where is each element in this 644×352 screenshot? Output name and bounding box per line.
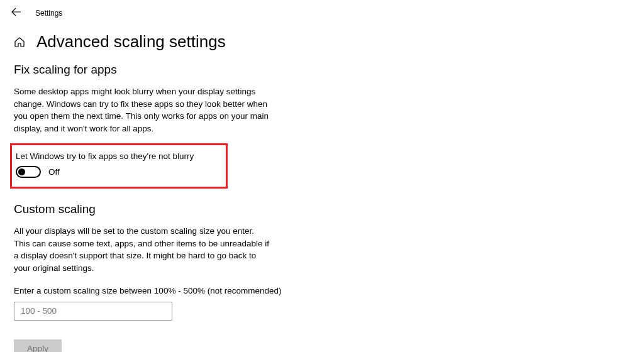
custom-scaling-input[interactable]: [14, 302, 172, 321]
custom-scaling-input-label: Enter a custom scaling size between 100%…: [14, 286, 345, 295]
fix-scaling-toggle-row: Off: [13, 166, 217, 178]
highlight-annotation: Let Windows try to fix apps so they're n…: [10, 143, 228, 189]
home-icon[interactable]: [14, 36, 25, 48]
fix-scaling-section: Fix scaling for apps Some desktop apps m…: [14, 63, 345, 189]
content-area: Fix scaling for apps Some desktop apps m…: [0, 63, 358, 352]
apply-button[interactable]: Apply: [14, 339, 62, 353]
toggle-knob-icon: [18, 168, 25, 175]
custom-scaling-section: Custom scaling All your displays will be…: [14, 202, 345, 352]
page-heading-row: Advanced scaling settings: [0, 23, 644, 63]
window-title: Settings: [35, 9, 62, 18]
fix-scaling-heading: Fix scaling for apps: [14, 63, 345, 77]
fix-scaling-toggle-label: Let Windows try to fix apps so they're n…: [13, 151, 217, 161]
back-arrow-icon[interactable]: [11, 8, 21, 18]
fix-scaling-toggle[interactable]: [16, 166, 41, 178]
fix-scaling-toggle-status: Off: [48, 167, 60, 177]
fix-scaling-body: Some desktop apps might look blurry when…: [14, 85, 272, 135]
custom-scaling-body: All your displays will be set to the cus…: [14, 225, 272, 274]
custom-scaling-heading: Custom scaling: [14, 202, 345, 216]
header-bar: Settings: [0, 0, 644, 23]
page-title: Advanced scaling settings: [36, 32, 226, 52]
